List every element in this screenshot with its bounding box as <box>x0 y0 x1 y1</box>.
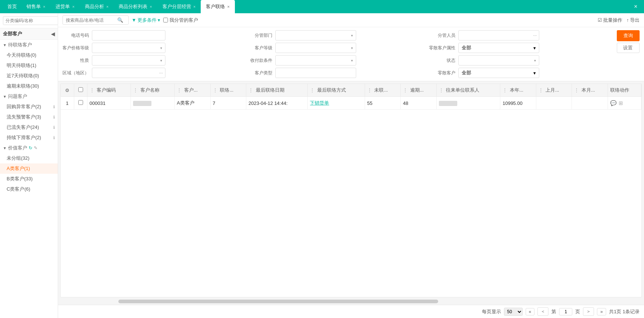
chat-action-icon[interactable]: 💬 <box>610 100 616 106</box>
filter-price-level: 客户价格等级 ▾ <box>62 43 246 53</box>
close-sales-tab[interactable]: × <box>43 4 45 9</box>
sidebar-item-c-class[interactable]: C类客户(6) <box>0 184 58 194</box>
sidebar-item-declining[interactable]: 持续下滑客户(2) ℹ <box>0 132 58 143</box>
info-icon-4[interactable]: ℹ <box>53 135 55 140</box>
filter-customer-level: 客户等级 ▾ <box>246 43 429 53</box>
export-button[interactable]: ↑ 导出 <box>627 17 640 24</box>
customer-table: ⚙ ⋮ 客户编码 ⋮ 客户名称 <box>61 84 641 110</box>
sidebar-item-b-class[interactable]: B类客户(33) <box>0 174 58 184</box>
select-all-checkbox[interactable] <box>78 87 83 92</box>
region-input[interactable] <box>92 70 157 75</box>
group-value-customers[interactable]: ▼ 价值客户 ↻ ✎ <box>0 143 58 153</box>
group-pending-contact[interactable]: ▼ 待联络客户 <box>0 40 58 50</box>
close-segment-tab[interactable]: × <box>193 4 196 9</box>
customer-level-label: 客户等级 <box>246 45 275 51</box>
per-page-label: 每页显示 <box>482 308 501 315</box>
filter-caret: ▾ <box>158 17 160 23</box>
person-more-icon[interactable]: ··· <box>531 33 539 38</box>
sidebar-item-today[interactable]: 今天待联络(0) <box>0 50 58 60</box>
payment-select[interactable]: ▾ <box>275 55 356 66</box>
close-analysis-tab[interactable]: × <box>106 4 108 9</box>
customer-level-select[interactable]: ▾ <box>275 43 356 53</box>
close-contact-tab[interactable]: × <box>227 4 229 9</box>
region-more-icon[interactable]: ··· <box>157 70 165 75</box>
col-name: ⋮ 客户名称 <box>131 84 175 97</box>
row-code: 000031 <box>87 97 131 110</box>
table-row: 1 000031 Ea A类客户 7 2023-04-12 14:44: 下销货… <box>61 97 641 110</box>
last-method-link[interactable]: 下销货单 <box>310 100 329 106</box>
arrow-icon-problem: ▼ <box>3 95 7 99</box>
customer-type-select[interactable] <box>275 68 356 78</box>
close-all-button[interactable]: × <box>630 3 641 10</box>
nature-select[interactable]: ▾ <box>92 55 165 66</box>
col-this-year: ⋮ 本年... <box>500 84 536 97</box>
col-last-month: ⋮ 上月... <box>536 84 572 97</box>
more-filters-button[interactable]: ▼ 更多条件 ▾ <box>132 17 160 24</box>
col-not-contact: ⋮ 未联... <box>365 84 401 97</box>
col-contact: ⋮ 联络... <box>210 84 246 97</box>
nav-tab-analysis-list[interactable]: 商品分析列表 × <box>114 0 157 13</box>
sidebar-item-lost[interactable]: 已流失客户(24) ℹ <box>0 122 58 132</box>
per-page-select[interactable]: 50 100 200 <box>504 308 523 316</box>
nav-tab-analysis[interactable]: 商品分析 × <box>80 0 114 13</box>
query-button[interactable]: 查询 <box>617 30 640 41</box>
my-customers-checkbox[interactable] <box>163 18 168 22</box>
dept-select[interactable]: ▾ <box>275 30 356 40</box>
my-customers-checkbox-container[interactable]: 我分管的客户 <box>163 17 198 24</box>
refresh-value-icon[interactable]: ↻ <box>29 145 32 151</box>
page-input[interactable] <box>559 308 572 315</box>
scrollbar-thumb <box>118 300 438 303</box>
info-icon-2[interactable]: ℹ <box>53 115 55 120</box>
nav-tab-purchase[interactable]: 进货单 × <box>50 0 79 13</box>
sidebar-item-7days[interactable]: 近7天待联络(0) <box>0 71 58 81</box>
grid-action-icon[interactable]: ⊞ <box>619 100 623 106</box>
row-actions-cell: 💬 ⊞ <box>608 97 641 110</box>
dept-label: 分管部门 <box>246 32 275 39</box>
col-code: ⋮ 客户编码 <box>87 84 131 97</box>
first-page-button[interactable]: « <box>526 308 535 315</box>
prev-page-button[interactable]: ＜ <box>537 307 548 316</box>
table-settings-col[interactable]: ⚙ <box>61 84 74 97</box>
sidebar-item-repurchase-abnormal[interactable]: 回购异常客户(2) ℹ <box>0 102 58 112</box>
close-purchase-tab[interactable]: × <box>72 4 74 9</box>
price-level-label: 客户价格等级 <box>62 45 92 51</box>
table-settings-gear[interactable]: ⚙ <box>64 87 71 93</box>
blurred-unit-contact: RE . <box>439 101 457 106</box>
sidebar-search-input[interactable] <box>3 16 58 25</box>
edit-value-icon[interactable]: ✎ <box>34 145 37 151</box>
price-level-select[interactable]: ▾ <box>92 43 165 53</box>
nav-home[interactable]: 首页 <box>3 0 21 13</box>
close-analysis-list-tab[interactable]: × <box>150 4 152 9</box>
search-input[interactable] <box>66 18 117 23</box>
pagination-bar: 每页显示 50 100 200 « ＜ 第 页 ＞ » 共1页 1条记录 <box>58 305 644 318</box>
sidebar-search-area: 🔍 <box>0 13 58 28</box>
info-icon-1[interactable]: ℹ <box>53 105 55 109</box>
retail-customer-select[interactable]: 全部 ▾ <box>458 68 539 78</box>
table-checkbox-col <box>74 84 87 97</box>
export-icon: ↑ <box>627 17 629 23</box>
phone-input[interactable] <box>92 30 165 40</box>
person-input[interactable] <box>459 33 531 38</box>
status-select[interactable]: ▾ <box>458 55 539 66</box>
search-button-icon[interactable]: 🔍 <box>117 17 123 23</box>
horizontal-scrollbar[interactable] <box>60 300 642 303</box>
sidebar-item-loss-warning[interactable]: 流失预警客户(3) ℹ <box>0 112 58 122</box>
batch-operation-button[interactable]: ☑ 批量操作 <box>598 17 622 24</box>
group-problem-customers[interactable]: ▼ 问题客户 <box>0 91 58 102</box>
settings-button[interactable]: 设置 <box>617 43 640 53</box>
nav-tab-sales[interactable]: 销售单 × <box>21 0 50 13</box>
person-label: 分管人员 <box>429 32 458 39</box>
sidebar-item-unclassified[interactable]: 未分组(32) <box>0 153 58 163</box>
info-icon-3[interactable]: ℹ <box>53 125 55 130</box>
nav-tab-customer-segment[interactable]: 客户分层经营 × <box>157 0 201 13</box>
sidebar-item-tomorrow[interactable]: 明天待联络(1) <box>0 60 58 71</box>
next-page-button[interactable]: ＞ <box>583 307 594 316</box>
all-customers-header[interactable]: 全部客户 ◀ <box>0 28 58 40</box>
nav-tab-customer-contact[interactable]: 客户联络 × <box>201 0 235 13</box>
sidebar-item-overdue[interactable]: 逾期未联络(30) <box>0 81 58 91</box>
collapse-icon[interactable]: ◀ <box>51 31 55 37</box>
last-page-button[interactable]: » <box>597 308 606 315</box>
retail-attr-select[interactable]: 全部 ▾ <box>458 43 539 53</box>
row-select-checkbox[interactable] <box>78 100 83 105</box>
sidebar-item-a-class[interactable]: A类客户(1) <box>0 163 58 174</box>
